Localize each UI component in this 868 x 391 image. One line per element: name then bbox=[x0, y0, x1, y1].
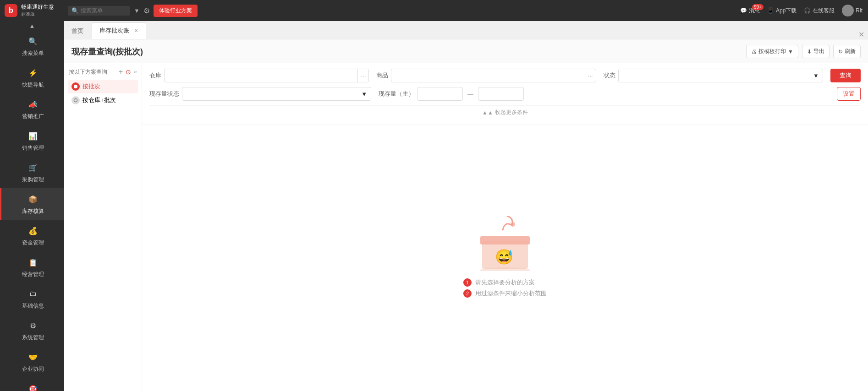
sidebar-item-system[interactable]: ⚙ 系统管理 bbox=[0, 315, 64, 346]
scheme-item-batch[interactable]: 按批次 bbox=[68, 80, 138, 93]
top-bar: b 畅康通好生意 标准版 🔍 ▼ ⚙ 体验行业方案 💬 消息 99+ 📱 App… bbox=[0, 0, 868, 21]
sidebar-item-inventory[interactable]: 📦 库存核算 bbox=[0, 188, 64, 220]
app-download-btn[interactable]: 📱 App下载 bbox=[767, 7, 797, 15]
sidebar-scroll-up[interactable]: ▲ bbox=[0, 21, 64, 30]
messages-badge: 99+ bbox=[752, 4, 764, 10]
app-name: 畅康通好生意 bbox=[21, 4, 54, 11]
menu-search-input[interactable] bbox=[81, 7, 126, 14]
sidebar-item-purchase[interactable]: 🛒 采购管理 bbox=[0, 157, 64, 188]
empty-hint-2: 2 用过滤条件来缩小分析范围 bbox=[463, 289, 547, 298]
empty-illustration: 😅 bbox=[468, 216, 542, 271]
sidebar-item-enterprise[interactable]: 🤝 企业协同 bbox=[0, 346, 64, 378]
trial-btn[interactable]: 体验行业方案 bbox=[154, 5, 198, 17]
stock-qty-to[interactable] bbox=[478, 87, 524, 101]
warehouse-label: 仓库 bbox=[149, 71, 161, 80]
tab-home-label: 首页 bbox=[71, 27, 83, 35]
guide-icon: 🎯 bbox=[27, 382, 39, 391]
messages-btn[interactable]: 💬 消息 99+ bbox=[740, 7, 760, 15]
search-menu-icon: 🔍 bbox=[27, 35, 39, 48]
sales-icon: 📊 bbox=[27, 130, 39, 142]
filter-item-stock-qty: 现存量（主） — bbox=[379, 87, 600, 101]
sidebar-enterprise-label: 企业协同 bbox=[22, 365, 44, 373]
app-version: 标准版 bbox=[21, 11, 54, 17]
settings-btn[interactable]: 设置 bbox=[837, 87, 861, 101]
sidebar-finance-label: 资金管理 bbox=[22, 239, 44, 247]
sidebar-sales-label: 销售管理 bbox=[22, 144, 44, 152]
app-download-label: App下载 bbox=[776, 7, 797, 15]
page-content: 现存量查询(按批次) 🖨 按模板打印 ▼ ⬇ 导出 ↻ 刷新 bbox=[64, 39, 868, 391]
status-label: 状态 bbox=[604, 71, 615, 80]
sidebar-item-guide[interactable]: 🎯 新手引导 bbox=[0, 378, 64, 391]
enterprise-icon: 🤝 bbox=[27, 351, 39, 364]
scheme-panel: 按以下方案查询 + ⊙ « 按批次 bbox=[64, 63, 142, 391]
product-input[interactable] bbox=[391, 72, 584, 79]
tab-close-icon[interactable]: ✕ bbox=[134, 27, 138, 34]
tab-home[interactable]: 首页 bbox=[64, 23, 91, 39]
filter-row-2: 现存量状态 ▼ 现存量（主） — bbox=[149, 87, 861, 101]
quick-nav-icon: ⚡ bbox=[27, 66, 39, 79]
page-header: 现存量查询(按批次) 🖨 按模板打印 ▼ ⬇ 导出 ↻ 刷新 bbox=[64, 39, 868, 63]
scheme-dot-warehouse-batch bbox=[71, 96, 80, 104]
warehouse-input[interactable] bbox=[165, 72, 357, 79]
refresh-btn[interactable]: ↻ 刷新 bbox=[833, 45, 861, 58]
print-template-btn[interactable]: 🖨 按模板打印 ▼ bbox=[746, 45, 798, 58]
empty-hint-1: 1 请先选择要分析的方案 bbox=[463, 278, 547, 287]
status-select[interactable]: ▼ bbox=[618, 69, 823, 82]
menu-search-box[interactable]: 🔍 bbox=[68, 6, 130, 16]
warehouse-more-btn[interactable]: ··· bbox=[357, 69, 368, 82]
tab-bar: 首页 库存批次账 ✕ ✕ bbox=[64, 21, 868, 39]
marketing-icon: 📣 bbox=[27, 98, 39, 111]
headset-icon: 🎧 bbox=[804, 7, 811, 14]
warehouse-input-group[interactable]: ··· bbox=[164, 69, 369, 82]
sidebar-purchase-label: 采购管理 bbox=[22, 176, 44, 184]
page-title: 现存量查询(按批次) bbox=[71, 46, 143, 57]
online-service-btn[interactable]: 🎧 在线客服 bbox=[804, 7, 835, 15]
export-icon: ⬇ bbox=[807, 49, 812, 55]
stock-status-select[interactable]: ▼ bbox=[182, 87, 371, 101]
topbar-dropdown-icon[interactable]: ▼ bbox=[134, 7, 140, 14]
sidebar-item-basic[interactable]: 🗂 基础信息 bbox=[0, 283, 64, 315]
sidebar-item-quick[interactable]: ⚡ 快捷导航 bbox=[0, 62, 64, 93]
scheme-list: 按批次 按仓库+批次 bbox=[64, 80, 142, 107]
svg-point-0 bbox=[74, 85, 77, 88]
product-input-group[interactable]: ··· bbox=[391, 69, 596, 82]
filter-row-1: 仓库 ··· 商品 ··· bbox=[149, 69, 861, 82]
filter-content: 仓库 ··· 商品 ··· bbox=[142, 63, 868, 391]
sidebar-inventory-label: 库存核算 bbox=[22, 207, 44, 215]
query-btn[interactable]: 查询 bbox=[830, 69, 861, 82]
scheme-item-warehouse-batch[interactable]: 按仓库+批次 bbox=[68, 93, 138, 107]
user-name: Rit bbox=[856, 7, 863, 14]
sidebar-item-operations[interactable]: 📋 经营管理 bbox=[0, 251, 64, 283]
stock-status-label: 现存量状态 bbox=[149, 90, 179, 98]
empty-text: 1 请先选择要分析的方案 2 用过滤条件来缩小分析范围 bbox=[463, 278, 547, 300]
scheme-collapse-btn[interactable]: « bbox=[134, 69, 137, 75]
filter-area: 仓库 ··· 商品 ··· bbox=[142, 63, 868, 125]
tab-close-all-icon[interactable]: ✕ bbox=[858, 30, 864, 39]
tab-inventory-batch[interactable]: 库存批次账 ✕ bbox=[92, 22, 146, 39]
print-dropdown-icon[interactable]: ▼ bbox=[788, 49, 793, 55]
svg-point-1 bbox=[74, 99, 77, 102]
empty-num-1: 1 bbox=[463, 278, 472, 287]
collapse-btn[interactable]: ▲▲ 收起更多条件 bbox=[149, 105, 861, 119]
sidebar-item-sales[interactable]: 📊 销售管理 bbox=[0, 125, 64, 157]
main-layout: ▲ 🔍 搜索菜单 ⚡ 快捷导航 📣 营销推广 📊 销售管理 🛒 采购管理 📦 库… bbox=[0, 21, 868, 391]
panel-layout: 按以下方案查询 + ⊙ « 按批次 bbox=[64, 63, 868, 391]
topbar-settings-icon[interactable]: ⚙ bbox=[143, 6, 150, 15]
svg-point-6 bbox=[511, 222, 515, 227]
empty-hint1-text: 请先选择要分析的方案 bbox=[475, 278, 535, 287]
stock-qty-from[interactable] bbox=[417, 87, 463, 101]
logo-text-area: 畅康通好生意 标准版 bbox=[21, 4, 54, 17]
scheme-add-btn[interactable]: + bbox=[119, 68, 123, 76]
scheme-settings-btn[interactable]: ⊙ bbox=[126, 68, 131, 76]
sidebar-system-label: 系统管理 bbox=[22, 334, 44, 342]
inventory-icon: 📦 bbox=[27, 193, 39, 206]
export-btn[interactable]: ⬇ 导出 bbox=[802, 45, 830, 58]
stock-status-dropdown-icon: ▼ bbox=[361, 91, 367, 98]
sidebar-item-marketing[interactable]: 📣 营销推广 bbox=[0, 93, 64, 125]
sidebar-item-search[interactable]: 🔍 搜索菜单 bbox=[0, 30, 64, 62]
scheme-header: 按以下方案查询 + ⊙ « bbox=[64, 68, 142, 80]
search-icon: 🔍 bbox=[71, 7, 79, 14]
product-more-btn[interactable]: ··· bbox=[585, 69, 596, 82]
user-avatar-area[interactable]: Rit bbox=[842, 5, 863, 16]
sidebar-item-finance[interactable]: 💰 资金管理 bbox=[0, 220, 64, 251]
